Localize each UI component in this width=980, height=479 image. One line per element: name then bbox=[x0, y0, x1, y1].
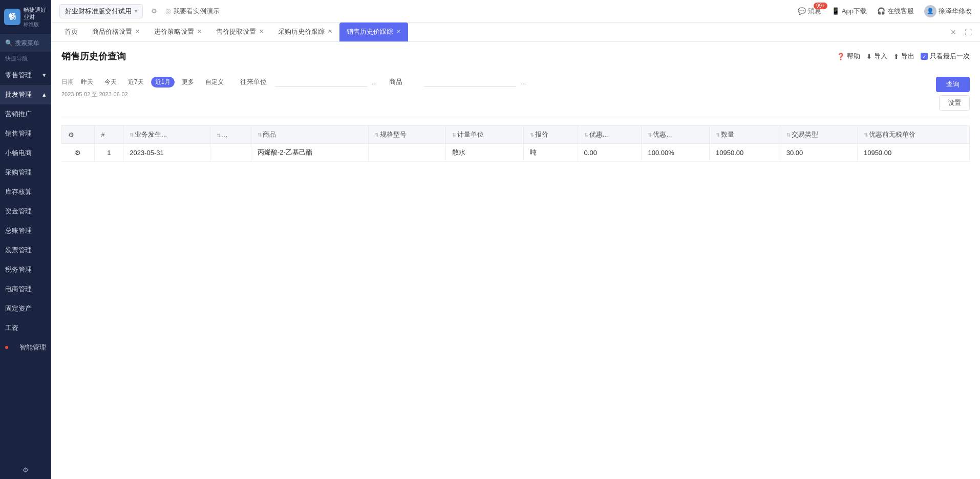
query-button[interactable]: 查询 bbox=[936, 77, 970, 92]
export-button[interactable]: ⬆ 导出 bbox=[893, 52, 914, 61]
row-trade-type: 30.00 bbox=[780, 144, 857, 162]
tab-bar: 首页 商品价格设置 ✕ 进价策略设置 ✕ 售价提取设置 ✕ 采购历史价跟踪 ✕ … bbox=[51, 23, 980, 42]
row-date: 2023-05-31 bbox=[123, 144, 210, 162]
tab-sales-history[interactable]: 销售历史价跟踪 ✕ bbox=[339, 23, 408, 42]
app-icon: 📱 bbox=[832, 7, 840, 15]
col-more[interactable]: ⇅... bbox=[210, 126, 251, 144]
table-row: ⚙ 1 2023-05-31 丙烯酸-2-乙基己酯 散水 吨 0.00 100.… bbox=[62, 144, 970, 162]
topbar-right: 💬 消息 99+ 📱 App下载 🎧 在线客服 👤 徐泽华修改 bbox=[798, 5, 972, 17]
close-window-button[interactable]: ✕ bbox=[948, 27, 958, 37]
sidebar-nav-label: 快捷导航 bbox=[0, 52, 51, 66]
settings-button[interactable]: 设置 bbox=[939, 95, 970, 111]
only-last-checkbox[interactable]: ✓ 只看最后一次 bbox=[921, 52, 970, 61]
sidebar: 畅 畅捷通好业财 标准版 🔍 搜索菜单 快捷导航 零售管理 ▾ 批发管理 ▴ 营… bbox=[0, 0, 51, 479]
topbar-gear-button[interactable]: ⚙ bbox=[149, 5, 159, 17]
checkbox-icon: ✓ bbox=[921, 53, 928, 60]
version-selector[interactable]: 好业财标准版交付试用 ▾ bbox=[59, 4, 143, 18]
sidebar-item-yingxiao[interactable]: 营销推广 bbox=[0, 104, 51, 124]
col-product[interactable]: ⇅商品 bbox=[251, 126, 369, 144]
date-today-button[interactable]: 今天 bbox=[100, 77, 121, 88]
content-area: 销售历史价查询 ❓ 帮助 ⬇ 导入 ⬆ 导出 ✓ 只看最后一次 bbox=[51, 42, 980, 479]
sidebar-item-dianshang[interactable]: 电商管理 bbox=[0, 279, 51, 299]
close-icon[interactable]: ✕ bbox=[259, 28, 264, 35]
user-name: 徐泽华修改 bbox=[939, 7, 972, 16]
col-spec[interactable]: ⇅规格型号 bbox=[369, 126, 446, 144]
date-more-button[interactable]: 更多 bbox=[178, 77, 198, 88]
sidebar-item-shuiwu[interactable]: 税务管理 bbox=[0, 260, 51, 279]
close-icon[interactable]: ✕ bbox=[135, 28, 140, 35]
table-header-row: ⚙ # ⇅业务发生... ⇅... ⇅商品 ⇅规格型号 ⇅计量单位 ⇅报价 ⇅优… bbox=[62, 126, 970, 144]
filter-row: 日期 昨天 今天 近7天 近1月 更多 自定义 2023-05-02 至 202… bbox=[61, 71, 970, 117]
product-label: 商品 bbox=[389, 77, 420, 86]
date-last1m-button[interactable]: 近1月 bbox=[151, 77, 175, 88]
col-trade-type[interactable]: ⇅交易类型 bbox=[780, 126, 857, 144]
sidebar-item-zongzhang[interactable]: 总账管理 bbox=[0, 221, 51, 241]
date-range-text: 2023-05-02 至 2023-06-02 bbox=[61, 91, 228, 98]
tab-purchase-history[interactable]: 采购历史价跟踪 ✕ bbox=[271, 23, 339, 42]
date-yesterday-button[interactable]: 昨天 bbox=[77, 77, 97, 88]
sidebar-item-caigou[interactable]: 采购管理 bbox=[0, 163, 51, 182]
col-pretax[interactable]: ⇅优惠前无税单价 bbox=[857, 126, 969, 144]
row-pretax: 10950.00 bbox=[857, 144, 969, 162]
sidebar-item-xiaochang[interactable]: 小畅电商 bbox=[0, 143, 51, 163]
user-menu[interactable]: 👤 徐泽华修改 bbox=[924, 5, 972, 17]
tab-price-label: 商品价格设置 bbox=[92, 27, 132, 36]
messages-button[interactable]: 💬 消息 99+ bbox=[798, 7, 821, 16]
page-actions: ❓ 帮助 ⬇ 导入 ⬆ 导出 ✓ 只看最后一次 bbox=[837, 52, 970, 61]
sidebar-item-xiaoshou[interactable]: 销售管理 bbox=[0, 124, 51, 143]
col-num: # bbox=[95, 126, 123, 144]
demo-label: 我要看实例演示 bbox=[173, 7, 220, 16]
sidebar-item-fapiao[interactable]: 发票管理 bbox=[0, 241, 51, 260]
col-price[interactable]: ⇅报价 bbox=[523, 126, 578, 144]
date-last7-button[interactable]: 近7天 bbox=[124, 77, 148, 88]
chevron-down-icon: ▾ bbox=[135, 8, 137, 14]
filter-actions: 查询 设置 bbox=[936, 77, 970, 111]
date-custom-button[interactable]: 自定义 bbox=[201, 77, 228, 88]
search-label: 搜索菜单 bbox=[15, 39, 39, 48]
app-download-button[interactable]: 📱 App下载 bbox=[832, 7, 867, 16]
help-button[interactable]: ❓ 帮助 bbox=[837, 52, 860, 61]
source-input[interactable] bbox=[275, 77, 367, 87]
demo-button[interactable]: ◎ 我要看实例演示 bbox=[165, 7, 220, 16]
demo-icon: ◎ bbox=[165, 7, 171, 15]
col-gear[interactable]: ⚙ bbox=[62, 126, 95, 144]
sidebar-item-gongzi[interactable]: 工资 bbox=[0, 318, 51, 338]
service-label: 在线客服 bbox=[887, 7, 914, 16]
sidebar-item-zhineng[interactable]: 智能管理 bbox=[0, 338, 51, 357]
page-title: 销售历史价查询 bbox=[61, 50, 126, 62]
close-icon[interactable]: ✕ bbox=[197, 28, 202, 35]
export-label: 导出 bbox=[901, 52, 914, 61]
import-button[interactable]: ⬇ 导入 bbox=[866, 52, 887, 61]
close-icon[interactable]: ✕ bbox=[328, 28, 332, 35]
sidebar-item-kucun[interactable]: 库存核算 bbox=[0, 182, 51, 202]
tab-home[interactable]: 首页 bbox=[57, 23, 85, 42]
col-qty[interactable]: ⇅数量 bbox=[710, 126, 780, 144]
help-label: 帮助 bbox=[847, 52, 860, 61]
sidebar-gear-button[interactable]: ⚙ bbox=[0, 461, 51, 479]
sidebar-item-zijin[interactable]: 资金管理 bbox=[0, 202, 51, 221]
messages-badge: 99+ bbox=[814, 3, 827, 9]
tab-extract[interactable]: 售价提取设置 ✕ bbox=[209, 23, 271, 42]
sidebar-item-gudingzichan[interactable]: 固定资产 bbox=[0, 299, 51, 318]
close-icon[interactable]: ✕ bbox=[396, 28, 401, 35]
headset-icon: 🎧 bbox=[877, 7, 885, 15]
logo-title: 畅捷通好业财 bbox=[24, 6, 47, 21]
sidebar-search[interactable]: 🔍 搜索菜单 bbox=[0, 35, 51, 52]
col-unit[interactable]: ⇅计量单位 bbox=[446, 126, 523, 144]
logo-icon: 畅 bbox=[4, 9, 20, 25]
row-gear[interactable]: ⚙ bbox=[62, 144, 95, 162]
tab-price[interactable]: 商品价格设置 ✕ bbox=[85, 23, 147, 42]
date-filter-row: 日期 昨天 今天 近7天 近1月 更多 自定义 bbox=[61, 77, 228, 88]
sidebar-item-pifa[interactable]: 批发管理 ▴ bbox=[0, 85, 51, 104]
tab-strategy[interactable]: 进价策略设置 ✕ bbox=[147, 23, 209, 42]
product-input[interactable] bbox=[424, 77, 516, 87]
topbar: 好业财标准版交付试用 ▾ ⚙ ◎ 我要看实例演示 💬 消息 99+ 📱 App下… bbox=[51, 0, 980, 23]
sidebar-item-lingshei[interactable]: 零售管理 ▾ bbox=[0, 66, 51, 85]
col-discount1[interactable]: ⇅优惠... bbox=[578, 126, 642, 144]
customer-service-button[interactable]: 🎧 在线客服 bbox=[877, 7, 914, 16]
col-discount2[interactable]: ⇅优惠... bbox=[642, 126, 710, 144]
product-dots-button[interactable]: ... bbox=[520, 78, 526, 86]
col-date[interactable]: ⇅业务发生... bbox=[123, 126, 210, 144]
expand-window-button[interactable]: ⛶ bbox=[963, 27, 974, 37]
source-dots-button[interactable]: ... bbox=[371, 78, 377, 86]
